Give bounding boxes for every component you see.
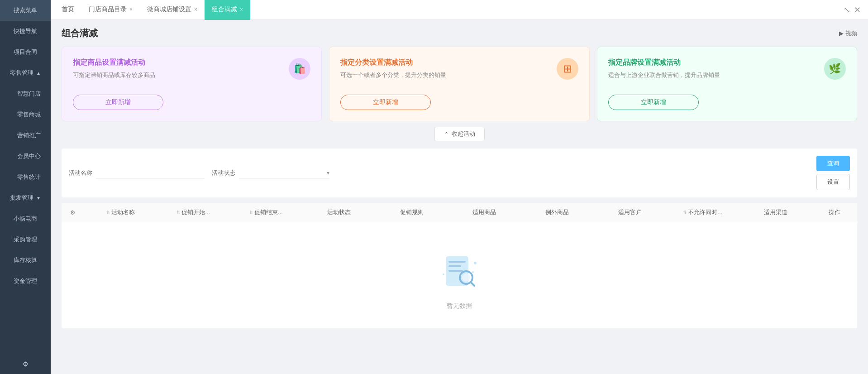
sidebar-item-retail-stats[interactable]: 零售统计	[0, 167, 51, 187]
gear-icon: ⚙	[23, 360, 29, 368]
tab-combo-discount[interactable]: 组合满减 ×	[205, 0, 250, 20]
query-btn[interactable]: 查询	[816, 156, 850, 171]
sort-icon[interactable]: ⇅	[176, 210, 180, 215]
th-channel: 适用渠道	[739, 208, 812, 216]
sidebar-item-wholesale-mgmt[interactable]: 批发管理	[0, 187, 51, 208]
tab-bar: 首页 门店商品目录 × 微商城店铺设置 × 组合满减 × ⤡ ✕	[51, 0, 868, 20]
collapse-bar: ⌃ 收起活动	[62, 127, 857, 141]
sidebar-item-label: 采购管理	[14, 235, 37, 244]
th-rule: 促销规则	[375, 208, 448, 216]
th-settings[interactable]: ⚙	[62, 209, 84, 216]
card-category-title: 指定分类设置满减活动	[340, 58, 578, 67]
sidebar-item-label: 批发管理	[10, 194, 33, 202]
filter-status-select[interactable]: ▾	[239, 168, 329, 178]
th-status-label: 活动状态	[327, 208, 351, 216]
filter-name-label: 活动名称	[69, 169, 92, 177]
th-customer: 适用客户	[594, 208, 667, 216]
sidebar: 搜索菜单 快捷导航 项目合同 零售管理 智慧门店 零售商城 营销推广 会员中心 …	[0, 0, 51, 374]
sidebar-item-retail-mgmt[interactable]: 零售管理	[0, 62, 51, 83]
card-category: ⊞ 指定分类设置满减活动 可选一个或者多个分类，提升分类的销量 立即新增	[329, 47, 589, 121]
empty-state: 暂无数据	[62, 222, 857, 328]
sidebar-item-smart-store[interactable]: 智慧门店	[0, 83, 51, 104]
close-btn[interactable]: ✕	[854, 6, 861, 14]
th-except: 例外商品	[521, 208, 594, 216]
th-product: 适用商品	[448, 208, 521, 216]
th-channel-label: 适用渠道	[764, 208, 787, 216]
card-category-btn[interactable]: 立即新增	[340, 95, 431, 110]
tab-close-micro-store[interactable]: ×	[194, 6, 197, 13]
sidebar-item-label: 快捷导航	[14, 27, 37, 35]
sidebar-item-marketing[interactable]: 营销推广	[0, 125, 51, 146]
collapse-btn[interactable]: ⌃ 收起活动	[434, 127, 485, 141]
sidebar-item-quick-nav[interactable]: 快捷导航	[0, 21, 51, 42]
filter-name-group: 活动名称	[69, 168, 205, 178]
th-start: ⇅ 促销开始...	[157, 208, 230, 216]
sidebar-item-search-menu[interactable]: 搜索菜单	[0, 0, 51, 21]
card-category-desc: 可选一个或者多个分类，提升分类的销量	[340, 71, 578, 87]
sidebar-item-label: 零售管理	[10, 69, 33, 77]
th-rule-label: 促销规则	[400, 208, 424, 216]
brand-icon: 🌿	[824, 58, 846, 80]
sidebar-item-retail-mall[interactable]: 零售商城	[0, 104, 51, 125]
th-no-concurrent-label: 不允许同时...	[688, 208, 722, 216]
svg-point-9	[472, 271, 474, 273]
sidebar-item-label: 小畅电商	[14, 215, 37, 223]
th-no-concurrent: ⇅ 不允许同时...	[666, 208, 739, 216]
sort-icon[interactable]: ⇅	[249, 210, 253, 215]
sidebar-item-label: 零售统计	[17, 173, 41, 181]
th-customer-label: 适用客户	[618, 208, 642, 216]
sidebar-item-label: 搜索菜单	[14, 6, 37, 14]
window-buttons: ⤡ ✕	[844, 6, 864, 14]
sidebar-item-purchase-mgmt[interactable]: 采购管理	[0, 229, 51, 250]
svg-rect-2	[448, 265, 461, 267]
sort-icon[interactable]: ⇅	[683, 210, 687, 215]
main-area: 首页 门店商品目录 × 微商城店铺设置 × 组合满减 × ⤡ ✕ 组合满减 ▶ …	[51, 0, 868, 374]
svg-line-6	[471, 282, 474, 286]
empty-text: 暂无数据	[447, 302, 472, 310]
tab-close-combo-discount[interactable]: ×	[240, 6, 243, 13]
th-name-label: 活动名称	[111, 208, 135, 216]
empty-illustration	[437, 249, 482, 295]
tab-close-store-catalog[interactable]: ×	[129, 6, 133, 13]
sidebar-item-label: 智慧门店	[17, 90, 41, 98]
sidebar-settings-btn[interactable]: ⚙	[0, 354, 51, 374]
content-area: 组合满减 ▶ 视频 🛍️ 指定商品设置满减活动 可指定滞销商品或库存较多商品 立…	[51, 20, 868, 374]
page-title: 组合满减	[62, 27, 98, 39]
video-btn[interactable]: ▶ 视频	[839, 29, 857, 38]
th-action: 操作	[812, 208, 857, 216]
sidebar-item-label: 会员中心	[17, 152, 41, 160]
sidebar-item-label: 零售商城	[17, 110, 41, 119]
sidebar-item-member-center[interactable]: 会员中心	[0, 146, 51, 167]
th-name: ⇅ 活动名称	[84, 208, 157, 216]
play-icon: ▶	[839, 30, 844, 37]
tab-label: 组合满减	[212, 5, 237, 14]
tab-label: 微商城店铺设置	[147, 5, 191, 14]
sort-icon[interactable]: ⇅	[106, 210, 110, 215]
filter-status-label: 活动状态	[212, 169, 235, 177]
page-header: 组合满减 ▶ 视频	[62, 27, 857, 39]
th-except-label: 例外商品	[545, 208, 569, 216]
sidebar-item-label: 资金管理	[14, 277, 37, 285]
restore-btn[interactable]: ⤡	[844, 6, 850, 14]
card-brand-title: 指定品牌设置满减活动	[608, 58, 846, 67]
sidebar-item-project-contract[interactable]: 项目合同	[0, 42, 51, 62]
sidebar-item-inventory[interactable]: 库存核算	[0, 250, 51, 271]
category-icon: ⊞	[557, 58, 578, 80]
sidebar-item-finance[interactable]: 资金管理	[0, 271, 51, 292]
svg-point-8	[443, 273, 444, 275]
tab-micro-store-settings[interactable]: 微商城店铺设置 ×	[140, 0, 205, 20]
card-brand-btn[interactable]: 立即新增	[608, 95, 699, 110]
table-wrapper: ⚙ ⇅ 活动名称 ⇅ 促销开始... ⇅ 促销结束...	[62, 203, 857, 328]
svg-rect-3	[448, 270, 463, 272]
sidebar-item-xc-ecom[interactable]: 小畅电商	[0, 208, 51, 229]
settings-btn[interactable]: 设置	[816, 174, 850, 190]
tab-store-catalog[interactable]: 门店商品目录 ×	[81, 0, 140, 20]
chevron-down-icon: ▾	[327, 170, 329, 176]
th-start-label: 促销开始...	[181, 208, 210, 216]
tab-home[interactable]: 首页	[54, 0, 81, 20]
card-product-btn[interactable]: 立即新增	[73, 95, 163, 110]
settings-col-icon: ⚙	[70, 209, 76, 216]
svg-point-5	[462, 273, 470, 282]
filter-name-input[interactable]	[96, 168, 205, 178]
card-brand: 🌿 指定品牌设置满减活动 适合与上游企业联合做营销，提升品牌销量 立即新增	[597, 47, 857, 121]
